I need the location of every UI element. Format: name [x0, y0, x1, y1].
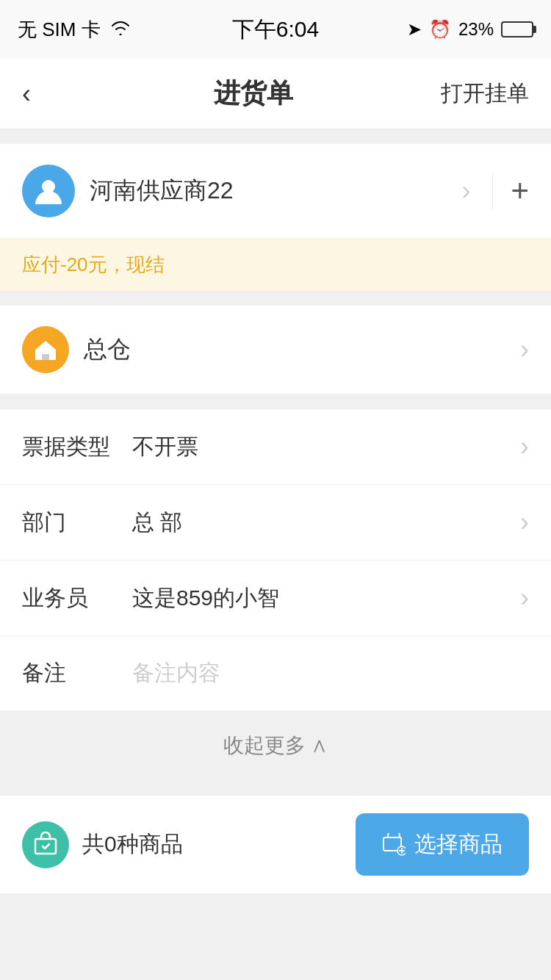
section-gap-4: [0, 780, 551, 795]
product-icon: [22, 821, 69, 868]
salesman-value: 这是859的小智: [125, 583, 513, 613]
product-count-area: 共0种商品: [22, 821, 183, 868]
product-count-text: 共0种商品: [82, 829, 183, 860]
invoice-row[interactable]: 票据类型 不开票: [0, 409, 551, 485]
supplier-name: 河南供应商22: [90, 175, 461, 207]
bottom-bar: 共0种商品 选择商品: [0, 795, 551, 893]
supplier-row[interactable]: 河南供应商22 +: [0, 144, 551, 239]
status-right: ➤ ⏰ 23%: [407, 19, 533, 40]
page-background: [0, 893, 551, 980]
carrier-text: 无 SIM 卡: [18, 17, 101, 43]
product-count-suffix: 种商品: [117, 832, 183, 856]
warehouse-row[interactable]: 总仓: [0, 306, 551, 394]
nav-bar: ‹ 进货单 打开挂单: [0, 59, 551, 129]
section-gap-1: [0, 129, 551, 144]
product-count-number: 0: [104, 832, 117, 856]
department-value: 总 部: [125, 508, 513, 538]
battery-text: 23%: [458, 19, 494, 40]
invoice-label: 票据类型: [22, 432, 125, 462]
department-label: 部门: [22, 508, 125, 538]
open-pending-button[interactable]: 打开挂单: [441, 79, 529, 109]
remark-input[interactable]: 备注内容: [125, 658, 529, 688]
invoice-value: 不开票: [125, 432, 513, 462]
select-product-label: 选择商品: [414, 829, 503, 860]
supplier-avatar: [22, 165, 75, 217]
status-bar: 无 SIM 卡 下午6:04 ➤ ⏰ 23%: [0, 0, 551, 59]
warehouse-name: 总仓: [84, 334, 520, 366]
select-product-button[interactable]: 选择商品: [356, 813, 529, 876]
status-left: 无 SIM 卡: [18, 17, 132, 43]
info-banner: 应付-20元，现结: [0, 239, 551, 291]
supplier-arrow-icon: [461, 176, 470, 206]
collapse-button[interactable]: 收起更多 ∧: [0, 711, 551, 780]
department-row[interactable]: 部门 总 部: [0, 485, 551, 561]
wifi-icon: [109, 18, 132, 41]
alarm-icon: ⏰: [429, 19, 451, 40]
salesman-label: 业务员: [22, 583, 125, 613]
remark-row[interactable]: 备注 备注内容: [0, 636, 551, 711]
section-gap-2: [0, 291, 551, 306]
remark-label: 备注: [22, 658, 125, 688]
product-count-prefix: 共: [82, 832, 104, 856]
section-gap-3: [0, 394, 551, 409]
warehouse-section: 总仓: [0, 306, 551, 394]
add-supplier-button[interactable]: +: [511, 173, 529, 209]
supplier-divider: [492, 173, 493, 209]
invoice-arrow-icon: [520, 431, 529, 462]
svg-rect-2: [35, 839, 56, 854]
department-arrow-icon: [520, 507, 529, 538]
warehouse-arrow-icon: [520, 334, 529, 365]
location-icon: ➤: [407, 19, 422, 40]
battery-icon: [501, 21, 533, 37]
salesman-row[interactable]: 业务员 这是859的小智: [0, 561, 551, 636]
status-time: 下午6:04: [232, 15, 319, 45]
back-button[interactable]: ‹: [22, 79, 66, 109]
page-title: 进货单: [214, 76, 293, 112]
collapse-label: 收起更多 ∧: [223, 732, 328, 760]
svg-rect-1: [42, 354, 49, 360]
supplier-section: 河南供应商22 + 应付-20元，现结: [0, 144, 551, 291]
warehouse-icon: [22, 326, 69, 373]
form-section: 票据类型 不开票 部门 总 部 业务员 这是859的小智 备注 备注内容: [0, 409, 551, 711]
salesman-arrow-icon: [520, 583, 529, 613]
